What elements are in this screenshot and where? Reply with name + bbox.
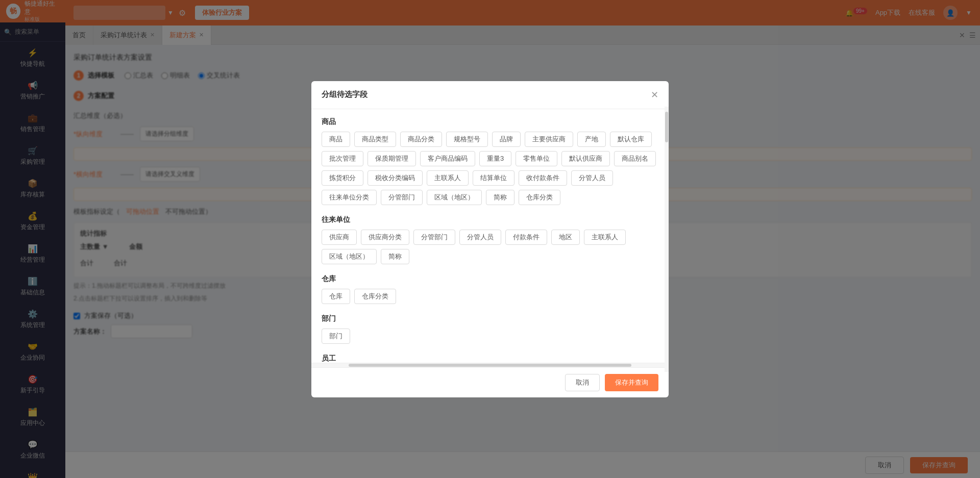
- modal-vscroll[interactable]: [665, 107, 669, 372]
- field-tag-payment-cond[interactable]: 付款条件: [505, 230, 547, 245]
- field-tag-product[interactable]: 商品: [322, 132, 350, 147]
- field-tag-customer-code[interactable]: 客户商品编码: [420, 151, 475, 166]
- field-group-partner-title: 往来单位: [322, 215, 658, 224]
- field-tag-partner-category[interactable]: 往来单位分类: [322, 190, 377, 205]
- field-tag-brand[interactable]: 品牌: [492, 132, 521, 147]
- field-tag-weight3[interactable]: 重量3: [479, 151, 511, 166]
- field-group-dept: 部门 部门: [322, 314, 658, 344]
- field-tag-supplier-category[interactable]: 供应商分类: [361, 230, 409, 245]
- field-group-dept-title: 部门: [322, 314, 658, 323]
- field-group-product: 商品 商品 商品类型 商品分类 规格型号 品牌 主要供应商 产地 默认仓库 批次…: [322, 117, 658, 205]
- field-tag-dept[interactable]: 部门: [322, 329, 350, 344]
- field-tag-region-partner[interactable]: 区域（地区）: [322, 249, 377, 264]
- field-tag-supplier[interactable]: 供应商: [322, 230, 357, 245]
- warehouse-field-tags: 仓库 仓库分类: [322, 289, 658, 304]
- field-tag-warehouse-category[interactable]: 仓库分类: [354, 289, 396, 304]
- field-tag-area[interactable]: 地区: [551, 230, 580, 245]
- modal-header: 分组待选字段 ✕: [311, 81, 669, 109]
- field-tag-main-contact-partner[interactable]: 主联系人: [584, 230, 626, 245]
- field-tag-default-warehouse[interactable]: 默认仓库: [610, 132, 652, 147]
- modal-save-button[interactable]: 保存并查询: [605, 374, 658, 391]
- modal-hscroll[interactable]: [311, 363, 669, 367]
- field-tag-supervisor[interactable]: 分管人员: [571, 170, 613, 186]
- modal-body[interactable]: 商品 商品 商品类型 商品分类 规格型号 品牌 主要供应商 产地 默认仓库 批次…: [311, 109, 669, 363]
- field-tag-main-contact[interactable]: 主联系人: [427, 170, 469, 186]
- field-tag-payment-terms[interactable]: 收付款条件: [519, 170, 567, 186]
- partner-field-tags: 供应商 供应商分类 分管部门 分管人员 付款条件 地区 主联系人 区域（地区） …: [322, 230, 658, 264]
- field-tag-region-product[interactable]: 区域（地区）: [427, 190, 482, 205]
- field-tag-spec-model[interactable]: 规格型号: [446, 132, 488, 147]
- modal-footer: 取消 保存并查询: [311, 367, 669, 397]
- field-group-product-title: 商品: [322, 117, 658, 127]
- modal-title: 分组待选字段: [322, 90, 368, 99]
- field-tag-supervise-dept[interactable]: 分管部门: [381, 190, 423, 205]
- field-tag-product-alias[interactable]: 商品别名: [614, 151, 656, 166]
- field-tag-default-supplier[interactable]: 默认供应商: [561, 151, 610, 166]
- field-group-employee-title: 员工: [322, 354, 658, 363]
- field-tag-retail-unit[interactable]: 零售单位: [516, 151, 557, 166]
- field-tag-short-name-product[interactable]: 简称: [486, 190, 514, 205]
- field-tag-product-category[interactable]: 商品分类: [400, 132, 442, 147]
- field-tag-pick-score[interactable]: 拣货积分: [322, 170, 363, 186]
- dept-field-tags: 部门: [322, 329, 658, 344]
- field-tag-settlement-unit[interactable]: 结算单位: [473, 170, 514, 186]
- field-group-employee: 员工 业务员: [322, 354, 658, 363]
- field-tag-shelf-life[interactable]: 保质期管理: [368, 151, 416, 166]
- field-tag-dept-partner[interactable]: 分管部门: [413, 230, 455, 245]
- modal-close-button[interactable]: ✕: [651, 89, 658, 100]
- field-tag-short-name-partner[interactable]: 简称: [381, 249, 409, 264]
- field-tag-warehouse-category-product[interactable]: 仓库分类: [519, 190, 560, 205]
- field-tag-origin[interactable]: 产地: [577, 132, 606, 147]
- field-group-warehouse-title: 仓库: [322, 274, 658, 284]
- modal-overlay: 分组待选字段 ✕ 商品 商品 商品类型 商品分类 规格型号 品牌 主要供应商 产…: [0, 0, 980, 478]
- field-tag-batch-manage[interactable]: 批次管理: [322, 151, 363, 166]
- field-tag-tax-code[interactable]: 税收分类编码: [368, 170, 423, 186]
- field-group-partner: 往来单位 供应商 供应商分类 分管部门 分管人员 付款条件 地区 主联系人 区域…: [322, 215, 658, 264]
- modal: 分组待选字段 ✕ 商品 商品 商品类型 商品分类 规格型号 品牌 主要供应商 产…: [311, 81, 669, 397]
- field-tag-product-type[interactable]: 商品类型: [354, 132, 396, 147]
- modal-vscroll-thumb: [665, 112, 668, 142]
- field-tag-supervisor-partner[interactable]: 分管人员: [459, 230, 501, 245]
- product-field-tags: 商品 商品类型 商品分类 规格型号 品牌 主要供应商 产地 默认仓库 批次管理 …: [322, 132, 658, 205]
- modal-hscroll-thumb: [349, 364, 631, 367]
- field-group-warehouse: 仓库 仓库 仓库分类: [322, 274, 658, 304]
- modal-cancel-button[interactable]: 取消: [565, 374, 600, 391]
- field-tag-warehouse[interactable]: 仓库: [322, 289, 350, 304]
- field-tag-main-supplier[interactable]: 主要供应商: [525, 132, 573, 147]
